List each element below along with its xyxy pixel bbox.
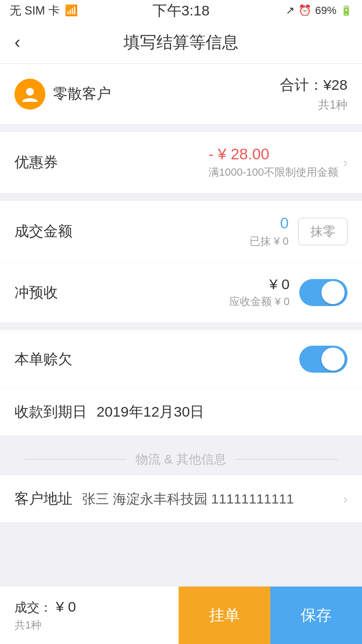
credit-toggle[interactable] — [299, 346, 348, 373]
logistics-divider: 物流 & 其他信息 — [0, 443, 362, 476]
status-bar: 无 SIM 卡 📶 下午3:18 ↗ ⏰ 69% 🔋 — [0, 0, 362, 21]
svg-point-0 — [26, 88, 34, 96]
prepaid-row: 冲预收 ¥ 0 应收金额 ¥ 0 — [0, 263, 362, 322]
deal-amount-info: 0 已抹 ¥ 0 — [250, 214, 289, 249]
bottom-amount: ¥ 0 — [56, 599, 76, 615]
credit-label: 本单赊欠 — [14, 350, 72, 369]
transaction-section: 成交金额 0 已抹 ¥ 0 抹零 冲预收 ¥ 0 应收金额 ¥ 0 — [0, 201, 362, 322]
status-right: ↗ ⏰ 69% 🔋 — [286, 4, 352, 17]
coupon-section[interactable]: 优惠券 - ¥ 28.00 满1000-100不限制使用金额 › — [0, 132, 362, 193]
save-button[interactable]: 保存 — [270, 587, 362, 644]
main-content: 零散客户 合计：¥28 共1种 优惠券 - ¥ 28.00 满1000-100不… — [0, 64, 362, 593]
wifi-icon: 📶 — [65, 4, 78, 17]
coupon-label: 优惠券 — [14, 153, 58, 172]
carrier-text: 无 SIM 卡 — [10, 3, 60, 18]
customer-avatar — [14, 79, 45, 110]
coupon-right: - ¥ 28.00 满1000-100不限制使用金额 › — [209, 145, 348, 180]
divider-line-left — [24, 459, 126, 460]
customer-total: 合计：¥28 — [280, 75, 348, 95]
credit-section: 本单赊欠 收款到期日 2019年12月30日 — [0, 330, 362, 435]
coupon-desc: 满1000-100不限制使用金额 — [209, 165, 338, 180]
address-row: 客户地址 张三 海淀永丰科技园 11111111111 › — [0, 476, 362, 522]
battery-icon: 🔋 — [340, 5, 352, 16]
status-left: 无 SIM 卡 📶 — [10, 3, 78, 18]
alarm-icon: ⏰ — [298, 4, 311, 17]
divider-line-right — [236, 459, 338, 460]
address-arrow-icon: › — [343, 491, 348, 507]
prepaid-toggle[interactable] — [299, 279, 348, 306]
deal-amount-row: 成交金额 0 已抹 ¥ 0 抹零 — [0, 201, 362, 263]
toggle-knob — [321, 281, 345, 304]
customer-name: 零散客户 — [53, 84, 111, 104]
back-button[interactable]: ‹ — [14, 32, 20, 53]
customer-right: 合计：¥28 共1种 — [280, 75, 348, 112]
bottom-deal-label: 成交： — [14, 600, 52, 615]
customer-section: 零散客户 合计：¥28 共1种 — [0, 64, 362, 124]
bottom-deal-line: 成交： ¥ 0 — [14, 599, 164, 616]
prepaid-amount: ¥ 0 — [229, 276, 290, 293]
round-zero-button[interactable]: 抹零 — [298, 218, 348, 245]
address-value: 张三 海淀永丰科技园 11111111111 — [82, 490, 343, 508]
bottom-info: 成交： ¥ 0 共1种 — [0, 587, 179, 644]
coupon-arrow-icon: › — [343, 155, 348, 170]
coupon-info: - ¥ 28.00 满1000-100不限制使用金额 — [209, 145, 338, 180]
bottom-bar: 成交： ¥ 0 共1种 挂单 保存 — [0, 586, 362, 644]
bottom-count: 共1种 — [14, 618, 164, 632]
battery-text: 69% — [315, 4, 336, 17]
address-section[interactable]: 客户地址 张三 海淀永丰科技园 11111111111 › — [0, 476, 362, 522]
due-date-row: 收款到期日 2019年12月30日 — [0, 389, 362, 435]
status-time: 下午3:18 — [153, 1, 209, 21]
deal-amount-sub: 已抹 ¥ 0 — [250, 234, 289, 249]
coupon-amount: - ¥ 28.00 — [209, 145, 338, 163]
credit-toggle-knob — [321, 348, 345, 371]
credit-row: 本单赊欠 — [0, 330, 362, 389]
nav-bar: ‹ 填写结算等信息 — [0, 21, 362, 64]
prepaid-label: 冲预收 — [14, 283, 58, 303]
deal-amount-right: 0 已抹 ¥ 0 抹零 — [250, 214, 348, 249]
hold-button[interactable]: 挂单 — [179, 587, 270, 644]
page-title: 填写结算等信息 — [124, 31, 238, 54]
location-icon: ↗ — [286, 4, 294, 17]
customer-left: 零散客户 — [14, 79, 111, 110]
due-date-value: 2019年12月30日 — [97, 402, 204, 422]
prepaid-values: ¥ 0 应收金额 ¥ 0 — [229, 276, 290, 309]
customer-count: 共1种 — [280, 97, 348, 112]
deal-amount-value: 0 — [280, 214, 289, 232]
deal-amount-label: 成交金额 — [14, 222, 72, 241]
logistics-divider-text: 物流 & 其他信息 — [136, 451, 226, 468]
address-label: 客户地址 — [14, 489, 72, 509]
prepaid-sub: 应收金额 ¥ 0 — [229, 294, 290, 309]
due-date-label: 收款到期日 — [14, 402, 87, 422]
prepaid-right: ¥ 0 应收金额 ¥ 0 — [229, 276, 348, 309]
